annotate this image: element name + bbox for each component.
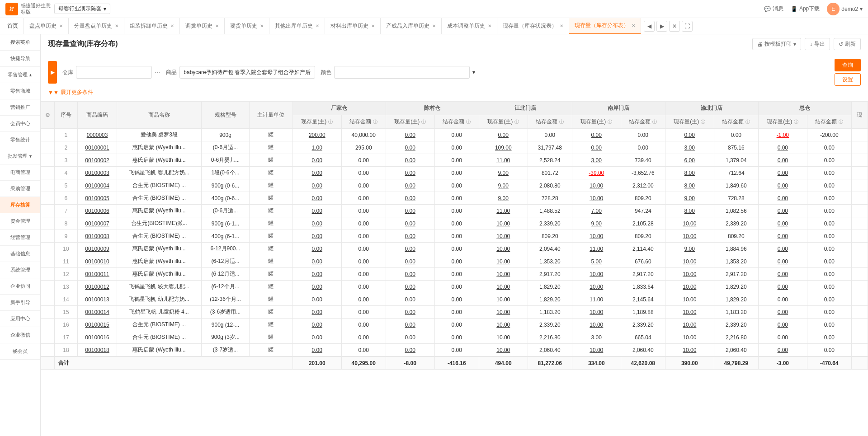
sidebar-item-basic-info[interactable]: 基础信息: [0, 246, 40, 262]
sidebar-item-wechat[interactable]: 企业微信: [0, 327, 40, 343]
row-total-qty[interactable]: 0.00: [758, 230, 807, 243]
row-total-qty[interactable]: 0.00: [758, 268, 807, 281]
filter-toggle-btn[interactable]: ▶: [48, 61, 57, 84]
row-code[interactable]: 0000003: [77, 129, 117, 141]
sidebar-item-quicknav[interactable]: 快捷导航: [0, 51, 40, 67]
refresh-btn[interactable]: ↺ 刷新: [834, 38, 861, 50]
sidebar-item-wholesale[interactable]: 批发管理 ▼: [0, 148, 40, 164]
row-chen-qty[interactable]: 0.00: [386, 268, 434, 281]
row-chen-qty[interactable]: 0.00: [386, 281, 434, 293]
row-yubei-qty[interactable]: 9.00: [665, 192, 714, 205]
tab-close-icon[interactable]: ✕: [488, 23, 491, 28]
row-nanan-qty[interactable]: 10.00: [572, 179, 621, 192]
row-factory-qty[interactable]: 0.00: [292, 192, 341, 205]
row-chen-qty[interactable]: 0.00: [386, 293, 434, 306]
row-chen-qty[interactable]: 0.00: [386, 344, 434, 357]
info-icon[interactable]: ⓘ: [608, 119, 612, 125]
sidebar-item-finance[interactable]: 资金管理: [0, 213, 40, 230]
row-jiangbei-qty[interactable]: 10.00: [479, 243, 528, 255]
row-jiangbei-qty[interactable]: 109.00: [479, 141, 528, 154]
row-total-qty[interactable]: 0.00: [758, 293, 807, 306]
tab-close-icon[interactable]: ✕: [260, 23, 264, 28]
tab-close-icon[interactable]: ✕: [371, 23, 375, 28]
tab-expand-btn[interactable]: ⛶: [682, 21, 693, 32]
row-factory-qty[interactable]: 200.00: [292, 129, 341, 141]
row-nanan-qty[interactable]: 7.00: [572, 205, 621, 217]
sidebar-item-newbie[interactable]: 新手引导: [0, 295, 40, 311]
row-code[interactable]: 00100002: [77, 154, 117, 167]
row-code[interactable]: 00100016: [77, 331, 117, 344]
row-factory-qty[interactable]: 0.00: [292, 268, 341, 281]
row-nanan-qty[interactable]: 9.00: [572, 217, 621, 230]
row-total-qty[interactable]: 0.00: [758, 331, 807, 344]
tab-close-icon[interactable]: ✕: [115, 23, 118, 28]
row-total-qty[interactable]: 0.00: [758, 319, 807, 331]
row-code[interactable]: 00100013: [77, 293, 117, 306]
app-download-btn[interactable]: 📱 App下载: [791, 5, 820, 13]
row-nanan-qty[interactable]: 10.00: [572, 319, 621, 331]
color-dropdown-icon[interactable]: ▾: [472, 69, 475, 75]
settings-icon[interactable]: ⚙: [45, 112, 50, 118]
row-yubei-qty[interactable]: 10.00: [665, 293, 714, 306]
message-btn[interactable]: 💬 消息: [764, 5, 783, 13]
sidebar-item-member[interactable]: 会员中心: [0, 116, 40, 132]
row-factory-qty[interactable]: 0.00: [292, 205, 341, 217]
tab-close-icon[interactable]: ✕: [170, 23, 174, 28]
row-jiangbei-qty[interactable]: 10.00: [479, 293, 528, 306]
row-nanan-qty[interactable]: -39.00: [572, 167, 621, 179]
row-factory-qty[interactable]: 0.00: [292, 243, 341, 255]
row-factory-qty[interactable]: 0.00: [292, 281, 341, 293]
sidebar-item-system[interactable]: 系统管理: [0, 262, 40, 278]
sidebar-item-search[interactable]: 搜索英单: [0, 34, 40, 51]
row-code[interactable]: 00100003: [77, 167, 117, 179]
row-jiangbei-qty[interactable]: 10.00: [479, 344, 528, 357]
print-btn[interactable]: 🖨 按模板打印 ▾: [752, 38, 801, 50]
row-total-qty[interactable]: 0.00: [758, 281, 807, 293]
row-chen-qty[interactable]: 0.00: [386, 243, 434, 255]
row-chen-qty[interactable]: 0.00: [386, 306, 434, 319]
row-yubei-qty[interactable]: 10.00: [665, 217, 714, 230]
row-jiangbei-qty[interactable]: 0.00: [479, 129, 528, 141]
row-chen-qty[interactable]: 0.00: [386, 167, 434, 179]
row-jiangbei-qty[interactable]: 11.00: [479, 205, 528, 217]
row-yubei-qty[interactable]: 0.00: [665, 129, 714, 141]
row-chen-qty[interactable]: 0.00: [386, 331, 434, 344]
tab-cost-adjust[interactable]: 成本调整单历史 ✕: [442, 18, 497, 34]
sidebar-item-inventory[interactable]: 库存核算: [0, 197, 40, 213]
row-nanan-qty[interactable]: 3.00: [572, 331, 621, 344]
row-jiangbei-qty[interactable]: 9.00: [479, 179, 528, 192]
row-chen-qty[interactable]: 0.00: [386, 192, 434, 205]
row-nanan-qty[interactable]: 11.00: [572, 243, 621, 255]
user-menu[interactable]: E demo2 ▾: [827, 3, 863, 15]
row-yubei-qty[interactable]: 10.00: [665, 281, 714, 293]
info-icon[interactable]: ⓘ: [466, 119, 471, 125]
export-btn[interactable]: ↓ 导出: [805, 38, 830, 50]
sidebar-item-purchase[interactable]: 采购管理: [0, 181, 40, 197]
row-factory-qty[interactable]: 0.00: [292, 331, 341, 344]
row-jiangbei-qty[interactable]: 10.00: [479, 281, 528, 293]
row-code[interactable]: 00100007: [77, 217, 117, 230]
warehouse-dots-icon[interactable]: ···: [155, 68, 160, 76]
row-factory-qty[interactable]: 0.00: [292, 167, 341, 179]
row-yubei-qty[interactable]: 9.00: [665, 243, 714, 255]
row-nanan-qty[interactable]: 10.00: [572, 230, 621, 243]
tab-group-split[interactable]: 组装拆卸单历史 ✕: [124, 18, 180, 34]
row-chen-qty[interactable]: 0.00: [386, 205, 434, 217]
row-yubei-qty[interactable]: 10.00: [665, 319, 714, 331]
row-factory-qty[interactable]: 0.00: [292, 179, 341, 192]
row-total-qty[interactable]: 0.00: [758, 179, 807, 192]
row-jiangbei-qty[interactable]: 10.00: [479, 230, 528, 243]
tab-close-icon[interactable]: ✕: [632, 23, 635, 28]
row-chen-qty[interactable]: 0.00: [386, 129, 434, 141]
row-jiangbei-qty[interactable]: 10.00: [479, 306, 528, 319]
row-code[interactable]: 00100005: [77, 192, 117, 205]
tab-fen-disk[interactable]: 分量盘点单历史 ✕: [69, 18, 124, 34]
row-yubei-qty[interactable]: 8.00: [665, 167, 714, 179]
row-chen-qty[interactable]: 0.00: [386, 319, 434, 331]
row-factory-qty[interactable]: 0.00: [292, 344, 341, 357]
tab-close-icon[interactable]: ✕: [316, 23, 319, 28]
row-code[interactable]: 00100018: [77, 344, 117, 357]
product-input[interactable]: [179, 66, 315, 79]
tab-more-btn[interactable]: ✕: [669, 21, 680, 32]
row-yubei-qty[interactable]: 10.00: [665, 255, 714, 268]
